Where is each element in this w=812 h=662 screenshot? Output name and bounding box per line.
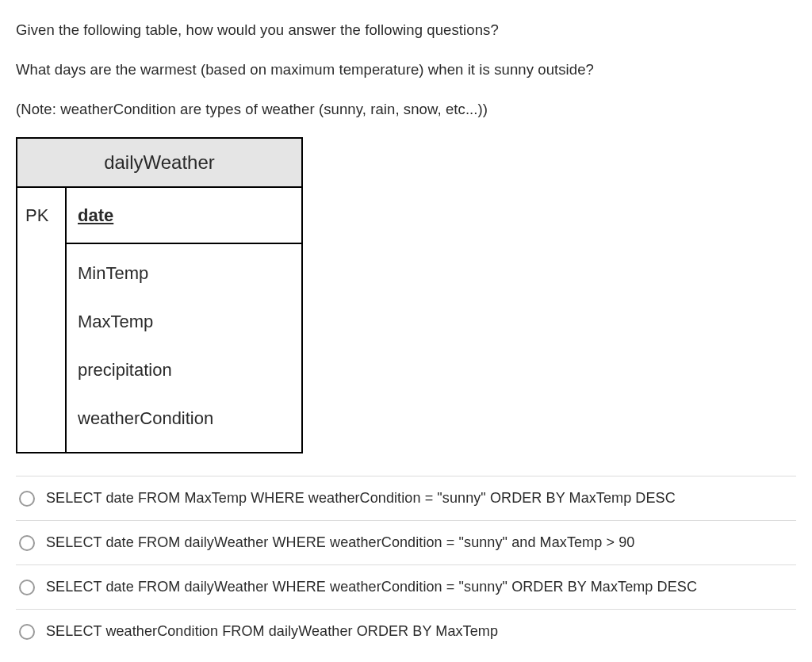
- option-row[interactable]: SELECT date FROM MaxTemp WHERE weatherCo…: [16, 476, 796, 521]
- radio-icon[interactable]: [19, 491, 35, 507]
- pk-column-label: PK: [17, 188, 67, 452]
- question-line-1: Given the following table, how would you…: [16, 19, 796, 41]
- question-line-3: (Note: weatherCondition are types of wea…: [16, 98, 796, 121]
- option-row[interactable]: SELECT date FROM dailyWeather WHERE weat…: [16, 565, 796, 610]
- radio-icon[interactable]: [19, 624, 35, 640]
- option-text: SELECT date FROM MaxTemp WHERE weatherCo…: [46, 488, 676, 509]
- schema-table-name: dailyWeather: [17, 139, 301, 188]
- pk-field: date: [67, 188, 301, 244]
- radio-icon[interactable]: [19, 580, 35, 595]
- option-row[interactable]: SELECT weatherCondition FROM dailyWeathe…: [16, 610, 796, 653]
- schema-table: dailyWeather PK date MinTemp MaxTemp pre…: [16, 137, 303, 453]
- question-line-2: What days are the warmest (based on maxi…: [16, 59, 796, 81]
- attribute-item: MaxTemp: [67, 297, 301, 346]
- option-text: SELECT weatherCondition FROM dailyWeathe…: [46, 621, 498, 642]
- answer-options: SELECT date FROM MaxTemp WHERE weatherCo…: [16, 476, 796, 653]
- attribute-item: precipitation: [67, 346, 301, 394]
- attribute-item: weatherCondition: [67, 394, 301, 442]
- schema-body: PK date MinTemp MaxTemp precipitation we…: [17, 188, 301, 452]
- attribute-list: MinTemp MaxTemp precipitation weatherCon…: [67, 244, 301, 452]
- question-block: Given the following table, how would you…: [16, 19, 796, 120]
- attribute-item: MinTemp: [67, 249, 301, 297]
- option-row[interactable]: SELECT date FROM dailyWeather WHERE weat…: [16, 521, 796, 565]
- option-text: SELECT date FROM dailyWeather WHERE weat…: [46, 576, 697, 598]
- fields-column: date MinTemp MaxTemp precipitation weath…: [67, 188, 301, 452]
- radio-icon[interactable]: [19, 535, 35, 551]
- option-text: SELECT date FROM dailyWeather WHERE weat…: [46, 532, 634, 553]
